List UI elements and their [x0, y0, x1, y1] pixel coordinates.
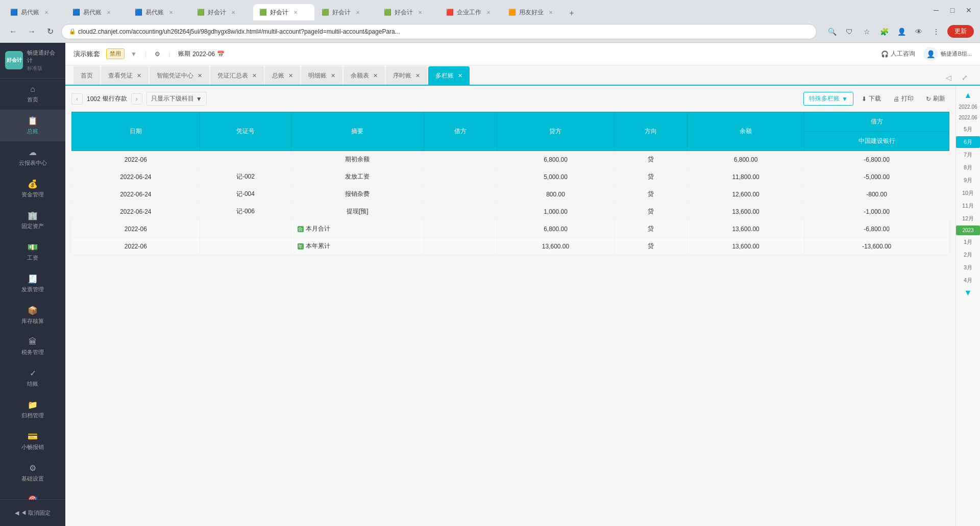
menu-icon[interactable]: ⋮ [929, 24, 943, 39]
tab-voucher-summary[interactable]: 凭证汇总表 ✕ [210, 66, 264, 85]
tab-balance[interactable]: 余额表 ✕ [344, 66, 385, 85]
close-button[interactable]: ✕ [962, 3, 976, 17]
sidebar-item-payroll[interactable]: 💵 工资 [0, 236, 65, 268]
cell-voucher-link[interactable]: 记-004 [200, 186, 291, 203]
timeline-panel: ▲ 2022.06 2022.06 5月 6月 7月 8月 9月 10月 11月… [955, 86, 980, 526]
tab-close-view-voucher[interactable]: ✕ [137, 72, 141, 79]
tab-close-9[interactable]: ✕ [549, 10, 553, 15]
timeline-month-aug[interactable]: 8月 [956, 162, 980, 173]
print-button[interactable]: 🖨 打印 [889, 92, 918, 105]
calendar-icon[interactable]: 📅 [217, 51, 225, 58]
cell-direction: 贷 [614, 220, 687, 238]
shield-icon[interactable]: 🛡 [842, 24, 856, 39]
incognito-icon[interactable]: 👁 [912, 24, 926, 39]
expand-icon[interactable]: ▼ [131, 51, 137, 58]
tab-close-balance[interactable]: ✕ [373, 72, 378, 79]
settings-btn[interactable]: ⚙ [155, 51, 160, 58]
tab-close-3[interactable]: ✕ [169, 10, 173, 15]
sidebar-item-tax[interactable]: 🏛 税务管理 [0, 331, 65, 362]
tab-multicolumn[interactable]: 多栏账 ✕ [428, 66, 470, 85]
reload-button[interactable]: ↻ [43, 24, 57, 39]
browser-tab-9[interactable]: 🟧 用友好业 ✕ [502, 4, 564, 20]
expand-icon[interactable]: ⤢ [958, 70, 972, 85]
prev-account-button[interactable]: ‹ [71, 93, 83, 105]
tab-close-multicolumn[interactable]: ✕ [458, 72, 462, 79]
sidebar-item-expense[interactable]: 💳 小畅报销 [0, 425, 65, 457]
timeline-month-sep[interactable]: 9月 [956, 174, 980, 186]
timeline-month-mar[interactable]: 3月 [956, 262, 980, 273]
timeline-month-may[interactable]: 5月 [956, 123, 980, 135]
browser-tab-6[interactable]: 🟩 好会计 ✕ [315, 4, 377, 20]
new-tab-button[interactable]: + [565, 6, 579, 20]
tab-general-ledger[interactable]: 总账 ✕ [265, 66, 300, 85]
tab-close-1[interactable]: ✕ [44, 10, 48, 15]
timeline-up-button[interactable]: ▲ [964, 90, 972, 101]
tab-close-voucher-summary[interactable]: ✕ [252, 72, 257, 79]
restore-button[interactable]: □ [945, 3, 960, 17]
sidebar-item-ledger[interactable]: 📋 总账 [0, 110, 65, 141]
browser-tab-8[interactable]: 🟥 企业工作 ✕ [440, 4, 501, 20]
timeline-month-dec[interactable]: 12月 [956, 213, 980, 224]
timeline-month-feb[interactable]: 2月 [956, 249, 980, 261]
browser-tab-7[interactable]: 🟩 好会计 ✕ [378, 4, 439, 20]
browser-tab-5[interactable]: 🟩 好会计 ✕ [253, 4, 314, 20]
sidebar-item-inventory[interactable]: 📦 库存核算 [0, 299, 65, 331]
sidebar-item-home[interactable]: ⌂ 首页 [0, 79, 65, 110]
tab-close-5[interactable]: ✕ [293, 10, 298, 15]
tab-smart-voucher[interactable]: 智能凭证中心 ✕ [150, 66, 209, 85]
sidebar-item-cloud[interactable]: ☁ 云报表中心 [0, 141, 65, 173]
tab-chrono[interactable]: 序时账 ✕ [386, 66, 427, 85]
tab-close-chrono[interactable]: ✕ [415, 72, 420, 79]
timeline-down-button[interactable]: ▼ [964, 287, 972, 298]
next-account-button[interactable]: › [131, 93, 142, 105]
timeline-month-jun[interactable]: 6月 [956, 136, 980, 148]
timeline-month-jan[interactable]: 1月 [956, 236, 980, 248]
tab-close-8[interactable]: ✕ [486, 10, 491, 15]
tab-close-2[interactable]: ✕ [107, 10, 111, 15]
update-button[interactable]: 更新 [947, 25, 974, 38]
browser-tab-4[interactable]: 🟩 好会计 ✕ [191, 4, 252, 20]
profile-icon[interactable]: 👤 [894, 24, 909, 39]
extension-icon[interactable]: 🧩 [877, 24, 891, 39]
sidebar-item-settings[interactable]: ⚙ 基础设置 [0, 457, 65, 489]
cell-voucher-link[interactable]: 记-006 [200, 203, 291, 220]
timeline-month-apr[interactable]: 4月 [956, 274, 980, 286]
sidebar-item-guide[interactable]: 🎯 新手引导 [0, 489, 65, 499]
tab-view-voucher[interactable]: 查看凭证 ✕ [101, 66, 149, 85]
sub-filter-dropdown[interactable]: 只显示下级科目 ▼ [146, 92, 207, 106]
tab-close-4[interactable]: ✕ [231, 10, 235, 15]
browser-tab-3[interactable]: 🟦 易代账 ✕ [129, 4, 190, 20]
consult-button[interactable]: 🎧 人工咨询 [881, 49, 915, 58]
tab-close-smart-voucher[interactable]: ✕ [198, 72, 202, 79]
cell-credit: 6,800.00 [497, 220, 614, 238]
sidebar-item-archive[interactable]: 📁 归档管理 [0, 394, 65, 425]
timeline-month-jul[interactable]: 7月 [956, 149, 980, 161]
sidebar-item-invoice[interactable]: 🧾 发票管理 [0, 268, 65, 299]
tab-home[interactable]: 首页 [74, 66, 100, 85]
sidebar-item-assets[interactable]: 🏢 固定资产 [0, 205, 65, 236]
forward-button[interactable]: → [24, 24, 39, 39]
tab-close-7[interactable]: ✕ [418, 10, 422, 15]
timeline-month-oct[interactable]: 10月 [956, 187, 980, 199]
demo-badge[interactable]: 禁用 [106, 48, 125, 59]
tab-close-general-ledger[interactable]: ✕ [288, 72, 293, 79]
search-icon[interactable]: 🔍 [825, 24, 839, 39]
minimize-button[interactable]: ─ [929, 3, 943, 17]
refresh-button[interactable]: ↻ 刷新 [922, 92, 949, 105]
collapse-icon[interactable]: ◁ [941, 70, 955, 85]
browser-tab-1[interactable]: 🟦 易代账 ✕ [4, 4, 65, 20]
tab-detail-ledger[interactable]: 明细账 ✕ [301, 66, 342, 85]
special-multicolumn-button[interactable]: 特殊多栏账 ▼ [803, 92, 853, 106]
cell-voucher-link[interactable]: 记-002 [200, 168, 291, 186]
browser-tab-2[interactable]: 🟦 易代账 ✕ [66, 4, 128, 20]
timeline-month-nov[interactable]: 11月 [956, 200, 980, 212]
address-bar[interactable]: 🔒 cloud2.chanjet.com/accounting/uh26t264… [61, 24, 817, 39]
sidebar-item-closeout[interactable]: ✓ 结账 [0, 362, 65, 394]
tab-close-detail-ledger[interactable]: ✕ [331, 72, 335, 79]
unfix-button[interactable]: ◀ ◀ 取消固定 [4, 505, 61, 521]
sidebar-item-funds[interactable]: 💰 资金管理 [0, 173, 65, 205]
back-button[interactable]: ← [6, 24, 20, 39]
tab-close-6[interactable]: ✕ [356, 10, 360, 15]
bookmark-icon[interactable]: ☆ [860, 24, 874, 39]
download-button[interactable]: ⬇ 下载 [857, 92, 885, 105]
